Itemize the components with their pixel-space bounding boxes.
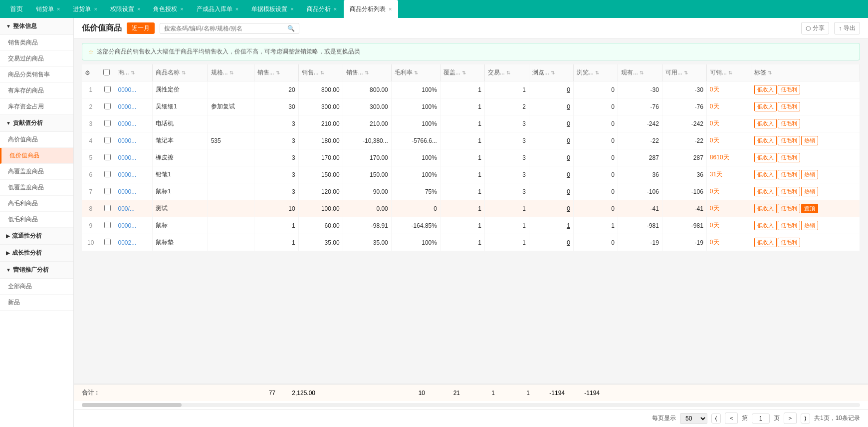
search-input[interactable] [164,25,285,32]
col-name[interactable]: 商品名称 ⇅ [153,64,208,81]
sidebar-item-category-sales-rate[interactable]: 商品分类销售率 [0,67,73,83]
page-number-input[interactable] [752,414,770,424]
cell-browse1[interactable]: 0 [529,183,573,200]
sidebar-group-growth[interactable]: ▶ 成长性分析 [0,245,73,262]
sidebar-group-circulation[interactable]: ▶ 流通性分析 [0,228,73,245]
sidebar-item-low-value[interactable]: 低价值商品 [0,148,73,164]
col-sales-profit[interactable]: 销售... ⇅ [343,64,391,81]
browse-link[interactable]: 0 [567,154,570,161]
row-checkbox[interactable] [104,154,111,160]
col-coverage[interactable]: 覆盖... ⇅ [440,64,484,81]
close-icon[interactable]: × [57,6,60,12]
browse-link[interactable]: 0 [567,171,570,178]
sidebar-item-new-products[interactable]: 新品 [0,295,73,311]
nav-roles[interactable]: 角色授权 × [147,0,189,18]
col-settings[interactable]: ⚙ [82,64,100,81]
cell-browse1[interactable]: 0 [529,166,573,183]
row-checkbox[interactable] [104,103,111,109]
browse-link[interactable]: 0 [567,120,570,127]
col-current[interactable]: 现有... ⇅ [618,64,662,81]
col-code[interactable]: 商... ⇅ [115,64,153,81]
row-checkbox[interactable] [104,188,111,194]
nav-product-inbound[interactable]: 产成品入库单 × [191,0,244,18]
close-icon[interactable]: × [94,6,97,12]
col-trade[interactable]: 交易... ⇅ [484,64,529,81]
cell-browse1[interactable]: 0 [529,234,573,251]
col-available[interactable]: 可用... ⇅ [662,64,706,81]
col-browse1[interactable]: 浏览... ⇅ [529,64,573,81]
sidebar-item-traded-products[interactable]: 交易过的商品 [0,51,73,67]
nav-sales-order[interactable]: 销货单 × [30,0,66,18]
cell-checkbox[interactable] [100,217,115,234]
close-icon[interactable]: × [137,6,140,12]
row-checkbox[interactable] [104,86,111,92]
sidebar-item-inventory-funds[interactable]: 库存资金占用 [0,99,73,115]
sidebar-item-low-margin[interactable]: 低毛利商品 [0,212,73,228]
col-sales-amount[interactable]: 销售... ⇅ [298,64,343,81]
col-checkbox[interactable] [100,64,115,81]
col-margin[interactable]: 毛利率 ⇅ [391,64,440,81]
cell-browse1[interactable]: 0 [529,132,573,149]
filter-button[interactable]: 近一月 [127,22,155,34]
sidebar-item-high-coverage[interactable]: 高覆盖度商品 [0,164,73,180]
browse-link[interactable]: 1 [567,222,570,229]
sidebar-group-contribution[interactable]: ▼ 贡献值分析 [0,115,73,132]
browse-link[interactable]: 0 [567,137,570,144]
cell-checkbox[interactable] [100,183,115,200]
col-sales-qty[interactable]: 销售... ⇅ [254,64,298,81]
table-area[interactable]: ⚙ 商... ⇅ 商品名称 ⇅ 规格... ⇅ 销售... ⇅ 销售... ⇅ … [74,64,868,384]
scrollbar-thumb[interactable] [82,403,182,407]
nav-product-analysis-list[interactable]: 商品分析列表 × [344,0,398,18]
sidebar-item-high-value[interactable]: 高价值商品 [0,132,73,148]
close-icon[interactable]: × [290,6,293,12]
sidebar-item-all-products[interactable]: 全部商品 [0,279,73,295]
cell-checkbox[interactable] [100,81,115,98]
cell-checkbox[interactable] [100,132,115,149]
browse-link[interactable]: 0 [567,188,570,195]
sidebar-item-stock-products[interactable]: 有库存的商品 [0,83,73,99]
sidebar-item-high-margin[interactable]: 高毛利商品 [0,196,73,212]
cell-checkbox[interactable] [100,149,115,166]
cell-checkbox[interactable] [100,200,115,217]
prev-page-button[interactable]: ＜ [725,413,738,424]
browse-link[interactable]: 0 [567,205,570,212]
cell-browse1[interactable]: 0 [529,200,573,217]
first-page-button[interactable]: ⟨ [711,414,721,424]
col-browse2[interactable]: 浏览... ⇅ [573,64,618,81]
close-icon[interactable]: × [180,6,183,12]
col-sellable[interactable]: 可销... ⇅ [706,64,751,81]
row-checkbox[interactable] [104,120,111,126]
cell-checkbox[interactable] [100,234,115,251]
close-icon[interactable]: × [235,6,238,12]
cell-browse1[interactable]: 0 [529,115,573,132]
page-size-select[interactable]: 50 100 200 [680,413,707,424]
sidebar-item-sales-products[interactable]: 销售类商品 [0,35,73,51]
nav-template-settings[interactable]: 单据模板设置 × [245,0,299,18]
sidebar-group-marketing[interactable]: ▼ 营销推广分析 [0,262,73,279]
cell-browse1[interactable]: 1 [529,217,573,234]
cell-browse1[interactable]: 0 [529,149,573,166]
search-box[interactable]: 🔍 [160,23,299,34]
nav-product-analysis[interactable]: 商品分析 × [301,0,343,18]
scrollbar-area[interactable] [74,401,868,409]
row-checkbox[interactable] [104,239,111,245]
col-tags[interactable]: 标签 ⇅ [751,64,860,81]
row-checkbox[interactable] [104,205,111,211]
col-spec[interactable]: 规格... ⇅ [208,64,254,81]
row-checkbox[interactable] [104,137,111,143]
browse-link[interactable]: 0 [567,239,570,246]
close-icon[interactable]: × [389,6,392,12]
share-button[interactable]: ⬡ 分享 [801,22,829,34]
cell-browse1[interactable]: 0 [529,98,573,115]
cell-checkbox[interactable] [100,115,115,132]
close-icon[interactable]: × [334,6,337,12]
select-all-checkbox[interactable] [103,69,110,75]
row-checkbox[interactable] [104,222,111,228]
last-page-button[interactable]: ⟩ [801,414,810,424]
nav-home[interactable]: 首页 [4,0,29,18]
row-checkbox[interactable] [104,171,111,177]
export-button[interactable]: ↑ 导出 [834,22,860,34]
cell-browse1[interactable]: 0 [529,81,573,98]
browse-link[interactable]: 0 [567,103,570,110]
next-page-button[interactable]: ＞ [784,413,797,424]
